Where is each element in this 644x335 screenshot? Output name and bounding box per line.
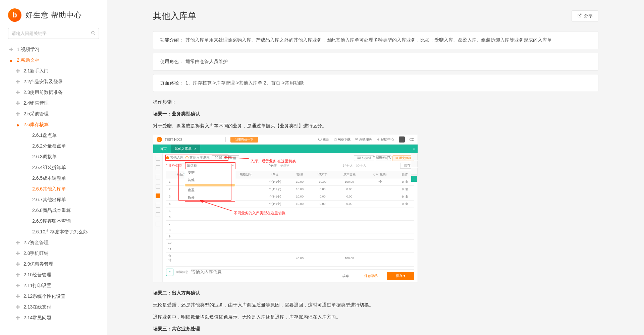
nav-2-6-7[interactable]: 2.6.7其他出库单 (28, 194, 104, 205)
ss-right-rail (411, 153, 418, 182)
ss-service-link: ✉ 兑换服务 (355, 137, 372, 142)
plus-icon: ✚ (15, 293, 21, 299)
role-text: 通常由仓管人员维护 (185, 59, 228, 64)
annotation-box-radio (165, 155, 228, 161)
ss-op-value: 经手人 (356, 163, 366, 168)
svg-line-1 (94, 34, 95, 35)
share-button[interactable]: 分享 (572, 10, 598, 22)
minus-icon: ● (15, 122, 21, 128)
intro-label: 功能介绍： (160, 37, 183, 43)
table-row: 6 (166, 214, 414, 220)
nav-2-11[interactable]: ✚2.11打印设置 (10, 280, 104, 291)
plus-icon: ✚ (15, 315, 21, 321)
ss-wh-value: 仓库A (280, 163, 289, 168)
ss-avatar-icon (399, 136, 405, 143)
nav-2-6-4[interactable]: 2.6.4组装拆卸单 (28, 162, 104, 173)
arrow-icon (197, 199, 234, 212)
svg-line-2 (224, 157, 249, 159)
brand-logo: b (8, 8, 21, 22)
scene2-p2: 退库业务中，明细数量均以负值红色展示。无论是入库还是退库，库存账均记在入库方向。 (153, 313, 598, 321)
nav-2-6-2[interactable]: 2.6.2分量盘点单 (28, 141, 104, 152)
ss-refresh-icon: 🖵 刷新 (318, 137, 329, 142)
link-icon (411, 168, 418, 175)
annotation-box-dropdown (178, 164, 231, 201)
annotation-text-1: 入库、退货业务 在这里切换 (251, 159, 296, 164)
svg-line-4 (200, 201, 232, 211)
ss-note-label: 单据信息 (176, 270, 188, 274)
nav-2-6[interactable]: ●2.6库存核算 (10, 119, 104, 130)
table-sum-row: 合计40.00100.00 (166, 252, 414, 264)
nav-2-6-6-current[interactable]: 2.6.6其他入库单 (28, 184, 104, 194)
nav-2-2[interactable]: ✚2.2产品安装及登录 (10, 76, 104, 87)
nav-tree: ✚1.视频学习 ●2.帮助文档 ✚2.1新手入门 ✚2.2产品安装及登录 ✚2.… (0, 44, 107, 323)
ss-tab-doc: 其他入库单× (171, 145, 200, 153)
nav-2-6-8[interactable]: 2.6.8商品成本重算 (28, 205, 104, 216)
table-row: 11 (166, 246, 414, 252)
table-row: 10 (166, 239, 414, 246)
path-label: 页面路径： (160, 80, 183, 86)
nav-2-6-10[interactable]: 2.6.10库存账本错了怎么办 (28, 227, 104, 237)
role-panel: 使用角色：通常由仓管人员维护 (153, 53, 598, 71)
nav-2-6-5[interactable]: 2.6.5成本调整单 (28, 173, 104, 184)
plus-icon: ✚ (15, 240, 21, 246)
nav-video-learning[interactable]: ✚1.视频学习 (3, 44, 104, 55)
nav-2-9[interactable]: ✚2.9优惠券管理 (10, 259, 104, 270)
arrow-icon (220, 154, 251, 161)
ss-op-label: 经手人 (343, 163, 353, 168)
path-text: 1、库存核算->库存管理->其他入库单 2、首页->常用功能 (185, 80, 304, 86)
nav-2-3[interactable]: ✚2.3使用前数据准备 (10, 87, 104, 98)
nav-2-10[interactable]: ✚2.10经营管理 (10, 270, 104, 280)
ss-tab-home: 首页 (156, 145, 171, 153)
table-row: 9 (166, 233, 414, 239)
annotation-text-2: 不同业务的入库类型在这里切换 (234, 211, 285, 216)
nav-2-1[interactable]: ✚2.1新手入门 (10, 66, 104, 76)
plus-icon: ✚ (15, 304, 21, 310)
close-icon: × (413, 147, 415, 151)
brand-title: 好生意 帮助中心 (25, 10, 82, 20)
nav-2-4[interactable]: ✚2.4销售管理 (10, 98, 104, 109)
nav-2-7[interactable]: ✚2.7资金管理 (10, 237, 104, 248)
svg-point-0 (92, 31, 94, 34)
ss-logo-icon: b (157, 137, 162, 142)
ss-copy-pill: ≣ 复制 (376, 155, 391, 161)
close-icon: × (194, 147, 196, 151)
ss-cancel-button: 放弃 (336, 272, 355, 280)
search-input[interactable] (8, 28, 99, 39)
home-icon (156, 156, 160, 161)
plus-icon: ✚ (15, 90, 21, 96)
note-icon: ≡ (166, 269, 173, 276)
ss-download-link: ◌ App下载 (334, 137, 351, 142)
print-icon (411, 153, 418, 160)
ss-top-search (189, 137, 226, 142)
table-row: 8 (166, 227, 414, 233)
minus-icon: ● (8, 58, 14, 63)
folder-icon (156, 165, 160, 170)
nav-help-docs[interactable]: ●2.帮助文档 (3, 55, 104, 66)
nav-2-8[interactable]: ✚2.8手机旺铺 (10, 248, 104, 259)
search-icon[interactable] (91, 31, 96, 36)
embedded-screenshot: b TEST-H002 我要询价一下 🖵 刷新 ◌ App下载 ✉ 兑换服务 ⊙… (153, 135, 418, 282)
nav-2-12[interactable]: ✚2.12系统个性化设置 (10, 291, 104, 302)
inventory-icon (156, 193, 160, 198)
share-icon (577, 13, 582, 19)
nav-2-6-1[interactable]: 2.6.1盘点单 (28, 130, 104, 141)
role-label: 使用角色： (160, 59, 183, 64)
ss-left-rail (153, 153, 163, 282)
plus-icon: ✚ (15, 100, 21, 106)
fullscreen-icon (411, 175, 418, 182)
brand-header: b 好生意 帮助中心 (0, 7, 107, 28)
nav-2-5[interactable]: ✚2.5采购管理 (10, 109, 104, 119)
main-content: 其他入库单 分享 功能介绍：其他入库单用来处理除采购入库、产成品入库之外的其他入… (107, 0, 644, 335)
plus-icon: ✚ (15, 261, 21, 267)
nav-2-14[interactable]: ✚2.14常见问题 (10, 313, 104, 323)
nav-2-13[interactable]: ✚2.13在线支付 (10, 302, 104, 313)
page-title: 其他入库单 (153, 10, 197, 22)
scene2-p1: 无论是受赠，还是其他类型的业务，由于入库商品质量等原因，需要退回，这时可通过单据… (153, 301, 598, 309)
nav-2-6-3[interactable]: 2.6.3调拨单 (28, 152, 104, 162)
nav-2-6-9[interactable]: 2.6.9库存账本查询 (28, 216, 104, 227)
plus-icon: ✚ (15, 79, 21, 85)
table-row: 7 (166, 220, 414, 227)
plus-icon: ✚ (8, 47, 14, 53)
ss-user-name: CC (410, 138, 414, 142)
scene2-title: 场景二：出入方向确认 (153, 289, 598, 297)
